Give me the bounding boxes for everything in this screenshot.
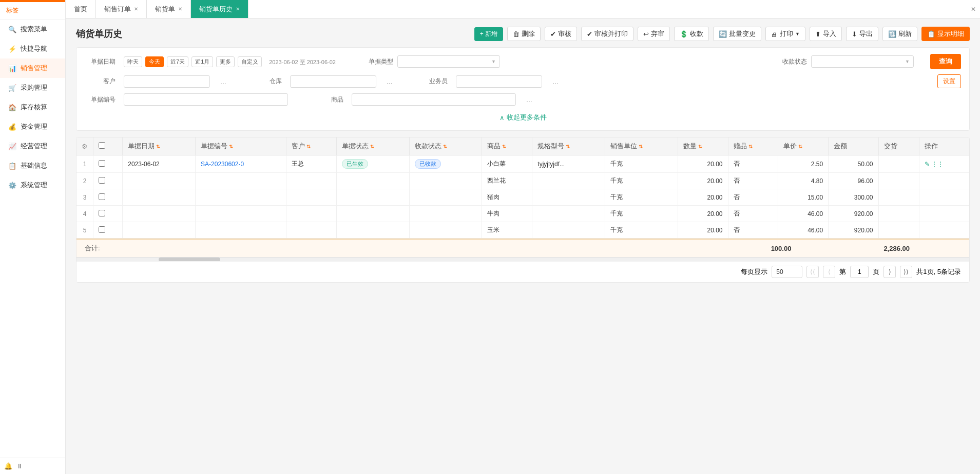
- row-select-checkbox-3[interactable]: [99, 210, 105, 216]
- row-checkbox-3[interactable]: [93, 206, 123, 222]
- collect-button[interactable]: 💲 收款: [674, 27, 709, 41]
- pagination: 每页显示 50 100 ⟨⟨ ⟨ 第 页 ⟩ ⟩⟩ 共1页, 5条记录: [76, 261, 969, 282]
- new-button[interactable]: + 新增: [474, 27, 503, 41]
- tab-sales-order-close[interactable]: ✕: [134, 6, 138, 12]
- col-doc-date[interactable]: 单据日期⇅: [123, 137, 196, 155]
- date-btn-today[interactable]: 今天: [145, 56, 164, 67]
- col-gift[interactable]: 赠品⇅: [728, 137, 778, 155]
- abandon-button[interactable]: ↩ 弃审: [638, 27, 670, 41]
- goods-dots[interactable]: ...: [526, 95, 532, 104]
- row-checkbox-4[interactable]: [93, 222, 123, 239]
- col-goods-label: 商品: [487, 142, 501, 151]
- next-page-button[interactable]: ⟩: [883, 266, 896, 278]
- row-doc-date-2: [123, 189, 196, 206]
- refresh-button[interactable]: 🔃 刷新: [882, 27, 917, 41]
- sidebar-bottom-icon1[interactable]: 🔔: [4, 462, 12, 470]
- customer-label: 客户: [85, 77, 116, 86]
- select-all-checkbox[interactable]: [99, 142, 105, 149]
- customer-dots[interactable]: ...: [220, 77, 226, 86]
- query-button[interactable]: 查询: [930, 54, 961, 69]
- date-btn-1month[interactable]: 近1月: [191, 56, 213, 67]
- collapse-button[interactable]: ∧ 收起更多条件: [497, 111, 549, 124]
- col-spec[interactable]: 规格型号⇅: [532, 137, 605, 155]
- row-checkbox-0[interactable]: [93, 155, 123, 173]
- date-btn-more[interactable]: 更多: [216, 56, 235, 67]
- tab-sales-order[interactable]: 销售订单 ✕: [96, 0, 147, 18]
- col-unit-price[interactable]: 单价⇅: [778, 137, 829, 155]
- salesperson-input[interactable]: [456, 75, 542, 88]
- row-doc-number-3[interactable]: [196, 206, 286, 222]
- date-btn-custom[interactable]: 自定义: [238, 56, 262, 67]
- row-unit-price-1: 4.80: [778, 173, 829, 189]
- more-button-0[interactable]: ⋮⋮: [931, 161, 944, 168]
- col-payment-status[interactable]: 收款状态⇅: [409, 137, 482, 155]
- sidebar-item-inventory[interactable]: 🏠 库存核算: [0, 97, 65, 117]
- col-goods[interactable]: 商品⇅: [482, 137, 532, 155]
- salesperson-dots[interactable]: ...: [552, 77, 559, 86]
- row-select-checkbox-2[interactable]: [99, 193, 105, 200]
- col-customer[interactable]: 客户⇅: [286, 137, 337, 155]
- sidebar-item-operations[interactable]: 📈 经营管理: [0, 136, 65, 156]
- row-select-checkbox-1[interactable]: [99, 177, 105, 184]
- row-doc-number-1[interactable]: [196, 173, 286, 189]
- settings-button[interactable]: 设置: [937, 74, 961, 88]
- prev-page-button[interactable]: ⟨: [823, 266, 835, 278]
- first-page-button[interactable]: ⟨⟨: [806, 266, 819, 278]
- col-checkbox: [93, 137, 123, 155]
- row-checkbox-1[interactable]: [93, 173, 123, 189]
- row-doc-number-4[interactable]: [196, 222, 286, 239]
- page-number-input[interactable]: [850, 266, 869, 278]
- sidebar-item-quick-nav[interactable]: ⚡ 快捷导航: [0, 39, 65, 58]
- batch-change-button[interactable]: 🔄 批量变更: [713, 27, 761, 41]
- sidebar-item-system[interactable]: ⚙️ 系统管理: [0, 175, 65, 195]
- audit-print-button[interactable]: ✔ 审核并打印: [581, 27, 633, 41]
- tab-sales-history-close[interactable]: ✕: [236, 6, 240, 12]
- tab-sales-goods-close[interactable]: ✕: [178, 6, 182, 12]
- row-num-3: 4: [76, 206, 93, 222]
- sidebar-item-finance[interactable]: 💰 资金管理: [0, 117, 65, 136]
- sidebar-item-operations-label: 经营管理: [21, 142, 47, 151]
- date-btn-7days[interactable]: 近7天: [167, 56, 188, 67]
- audit-button[interactable]: ✔ 审核: [545, 27, 577, 41]
- col-doc-status[interactable]: 单据状态⇅: [337, 137, 410, 155]
- tab-sales-goods[interactable]: 销货单 ✕: [147, 0, 191, 18]
- row-select-checkbox-0[interactable]: [99, 160, 105, 167]
- sidebar-bottom-icon2[interactable]: ⏸: [16, 462, 23, 470]
- sidebar-item-purchase[interactable]: 🛒 采购管理: [0, 78, 65, 97]
- tab-bar-close-all[interactable]: ✕: [971, 6, 980, 13]
- delete-button[interactable]: 🗑 删除: [507, 27, 541, 41]
- row-select-checkbox-4[interactable]: [99, 226, 105, 233]
- date-btn-yesterday[interactable]: 昨天: [124, 56, 142, 67]
- sidebar-item-search[interactable]: 🔍 搜索菜单: [0, 19, 65, 39]
- customer-input[interactable]: [124, 75, 210, 88]
- edit-button-0[interactable]: ✎: [925, 161, 930, 168]
- doc-number-input[interactable]: [124, 93, 288, 106]
- warehouse-input[interactable]: [290, 75, 376, 88]
- tab-home[interactable]: 首页: [66, 0, 96, 18]
- last-page-button[interactable]: ⟩⟩: [900, 266, 912, 278]
- tab-sales-history[interactable]: 销货单历史 ✕: [191, 0, 248, 18]
- horizontal-scrollbar[interactable]: [76, 257, 969, 261]
- row-checkbox-2[interactable]: [93, 189, 123, 206]
- row-doc-number-2[interactable]: [196, 189, 286, 206]
- export-button[interactable]: ⬇ 导出: [846, 27, 878, 41]
- payment-status-select[interactable]: [811, 55, 914, 68]
- sidebar-item-sales[interactable]: 📊 销售管理: [0, 58, 65, 78]
- goods-input[interactable]: [352, 93, 516, 106]
- row-doc-number-0[interactable]: SA-20230602-0: [196, 155, 286, 173]
- col-doc-number[interactable]: 单据编号⇅: [196, 137, 286, 155]
- sidebar-item-basic-info[interactable]: 📋 基础信息: [0, 156, 65, 175]
- show-detail-button[interactable]: 📋 显示明细: [921, 27, 970, 41]
- per-page-select[interactable]: 50 100: [772, 266, 802, 278]
- import-button[interactable]: ⬆ 导入: [810, 27, 842, 41]
- row-goods-2: 猪肉: [482, 189, 532, 206]
- print-button[interactable]: 🖨 打印 ▼: [765, 27, 805, 41]
- warehouse-dots[interactable]: ...: [387, 77, 393, 86]
- table-gear-icon[interactable]: ⚙: [82, 143, 88, 150]
- inventory-icon: 🏠: [8, 103, 16, 111]
- col-quantity[interactable]: 数量⇅: [678, 137, 728, 155]
- col-unit[interactable]: 销售单位⇅: [605, 137, 678, 155]
- col-settings[interactable]: ⚙: [76, 137, 93, 155]
- doc-type-select[interactable]: [397, 55, 500, 68]
- batch-change-icon: 🔄: [719, 30, 727, 38]
